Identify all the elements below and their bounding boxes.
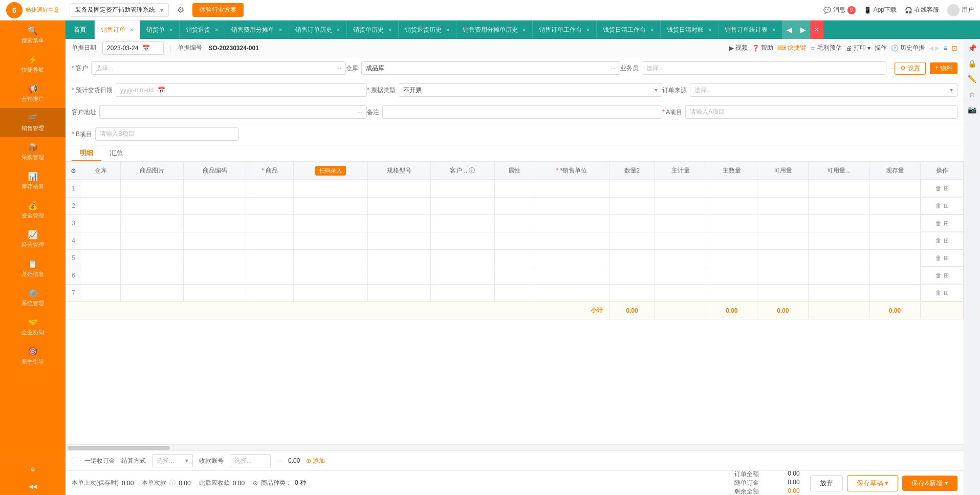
col-action[interactable]: 操作 xyxy=(921,162,964,180)
row-2-spec[interactable] xyxy=(368,197,431,214)
row-2-unit[interactable] xyxy=(534,197,609,214)
col-warehouse[interactable]: 仓库 xyxy=(81,162,121,180)
row-5-copy-icon[interactable]: ⊞ xyxy=(944,254,949,262)
tab-sales-order[interactable]: 销售订单 ✕ xyxy=(95,20,140,39)
tab-sales-history[interactable]: 销售订单历史 ✕ xyxy=(289,20,347,39)
row-7-cust-code[interactable] xyxy=(430,284,494,302)
row-4-available[interactable] xyxy=(757,232,809,249)
row-4-unit[interactable] xyxy=(534,232,609,249)
tab-close-refund-history[interactable]: ✕ xyxy=(446,27,450,33)
row-3-main-unit[interactable] xyxy=(655,214,706,232)
col-scan[interactable]: 扫码录入 xyxy=(293,162,367,180)
row-6-image[interactable] xyxy=(121,267,184,284)
tab-close-cash-daily[interactable]: ✕ xyxy=(650,27,654,33)
add-item-button[interactable]: + 物料 xyxy=(930,62,957,74)
scroll-thumb[interactable] xyxy=(68,446,170,450)
row-4-warehouse[interactable] xyxy=(81,232,121,249)
tab-prev-button[interactable]: ◀ xyxy=(782,20,796,39)
tab-close-sales-return[interactable]: ✕ xyxy=(169,27,173,33)
delivery-date-input[interactable]: yyyy-mm-dd 📅 xyxy=(116,83,367,97)
row-4-cust-code[interactable] xyxy=(430,232,494,249)
row-6-unit[interactable] xyxy=(534,267,609,284)
row-7-goods[interactable] xyxy=(246,284,293,302)
invoice-type-select[interactable]: 不开票 ▾ xyxy=(399,83,662,97)
tab-cash-daily[interactable]: 钱货日清工作台 ✕ xyxy=(597,20,661,39)
row-1-scan[interactable] xyxy=(293,180,367,198)
row-2-main-qty[interactable] xyxy=(706,197,757,214)
row-4-scan[interactable] xyxy=(293,232,367,249)
remark-input[interactable] xyxy=(382,105,662,119)
row-2-attr[interactable] xyxy=(494,197,534,214)
row-6-attr[interactable] xyxy=(494,267,534,284)
warehouse-dots[interactable]: ··· xyxy=(611,64,616,72)
row-1-cust-code[interactable] xyxy=(430,180,494,198)
sidebar-item-enterprise[interactable]: 🤝 企业协同 xyxy=(0,312,66,341)
row-5-goods[interactable] xyxy=(246,249,293,267)
tab-close-sales-order[interactable]: ✕ xyxy=(129,27,134,33)
row-6-cust-code[interactable] xyxy=(430,267,494,284)
row-7-stock[interactable] xyxy=(869,284,921,302)
tab-sales-refund[interactable]: 销货退货 ✕ xyxy=(180,20,225,39)
col-customer-code[interactable]: 客户... ⓘ xyxy=(430,162,494,180)
row-1-code[interactable] xyxy=(183,180,246,198)
sidebar-item-finance[interactable]: 💰 资金管理 xyxy=(0,196,66,225)
industry-solution-button[interactable]: 体验行业方案 xyxy=(192,3,244,17)
row-2-image[interactable] xyxy=(121,197,184,214)
row-2-available2[interactable] xyxy=(809,197,869,214)
tab-home[interactable]: 首页 xyxy=(66,20,95,39)
row-3-cust-code[interactable] xyxy=(430,214,494,232)
message-button[interactable]: 💬 消息 9 xyxy=(823,6,856,14)
order-source-input[interactable]: 选择... ▾ xyxy=(690,83,957,97)
col-spec[interactable]: 规格型号 xyxy=(368,162,431,180)
row-1-warehouse[interactable] xyxy=(81,180,121,198)
row-5-available2[interactable] xyxy=(809,249,869,267)
row-6-code[interactable] xyxy=(183,267,246,284)
tab-close-history[interactable]: ✕ xyxy=(336,27,340,33)
row-3-attr[interactable] xyxy=(494,214,534,232)
sidebar-collapse-button[interactable]: ◀◀ xyxy=(0,478,66,495)
row-5-spec[interactable] xyxy=(368,249,431,267)
row-4-stock[interactable] xyxy=(869,232,921,249)
row-3-code[interactable] xyxy=(183,214,246,232)
tab-close-all-button[interactable]: ✕ xyxy=(810,20,823,39)
row-1-qty2[interactable] xyxy=(609,180,655,198)
row-4-copy-icon[interactable]: ⊞ xyxy=(944,237,949,244)
row-7-available[interactable] xyxy=(757,284,809,302)
sidebar-item-system[interactable]: ⚙️ 系统管理 xyxy=(0,283,66,312)
view-toggle[interactable]: ≡ xyxy=(944,45,947,52)
row-3-available[interactable] xyxy=(757,214,809,232)
col-image[interactable]: 商品图片 xyxy=(121,162,184,180)
history-button[interactable]: 🕐 历史单据 xyxy=(891,44,925,52)
row-4-spec[interactable] xyxy=(368,232,431,249)
row-6-warehouse[interactable] xyxy=(81,267,121,284)
row-1-goods[interactable] xyxy=(246,180,293,198)
row-3-available2[interactable] xyxy=(809,214,869,232)
shortcut-button[interactable]: ⌨ 快捷键 xyxy=(777,44,806,52)
system-selector[interactable]: 装备及固定资产辅助管理系统 ▾ xyxy=(70,3,169,17)
row-7-available2[interactable] xyxy=(809,284,869,302)
row-7-code[interactable] xyxy=(183,284,246,302)
customer-dots[interactable]: ··· xyxy=(336,64,341,72)
col-settings[interactable]: ⚙ xyxy=(66,162,81,180)
receipt-dots[interactable]: ··· xyxy=(277,457,282,464)
tab-close-return-history[interactable]: ✕ xyxy=(388,27,392,33)
row-6-copy-icon[interactable]: ⊞ xyxy=(944,272,949,279)
row-1-spec[interactable] xyxy=(368,180,431,198)
staff-input[interactable]: 选择... xyxy=(642,61,886,75)
tab-summary[interactable]: 汇总 xyxy=(101,146,131,161)
col-available2[interactable]: 可用量... xyxy=(809,162,869,180)
row-5-unit[interactable] xyxy=(534,249,609,267)
row-2-warehouse[interactable] xyxy=(81,197,121,214)
sidebar-item-quicknav[interactable]: ⚡ 快捷导航 xyxy=(0,50,66,79)
row-5-attr[interactable] xyxy=(494,249,534,267)
row-1-attr[interactable] xyxy=(494,180,534,198)
tab-sales-fee-split[interactable]: 销售费用分摊单 ✕ xyxy=(225,20,289,39)
col-goods[interactable]: 商品 xyxy=(246,162,293,180)
row-5-stock[interactable] xyxy=(869,249,921,267)
online-service-button[interactable]: 🎧 在线客服 xyxy=(905,6,939,14)
row-2-delete-icon[interactable]: 🗑 xyxy=(935,202,942,209)
tab-cash-reconcile[interactable]: 钱货日清对账 ✕ xyxy=(661,20,718,39)
row-5-code[interactable] xyxy=(183,249,246,267)
col-qty2[interactable]: 数量2 xyxy=(609,162,655,180)
row-7-image[interactable] xyxy=(121,284,184,302)
